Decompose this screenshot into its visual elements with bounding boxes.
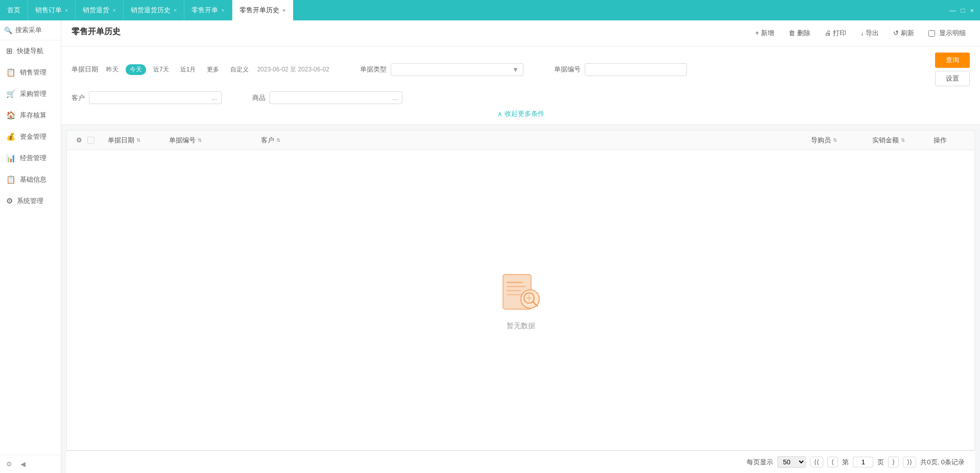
date-range: 2023-06-02 至 2023-06-02	[257, 65, 329, 74]
col-customer-sort[interactable]: ⇅	[276, 137, 280, 143]
sidebar-item-label: 快捷导航	[17, 46, 43, 56]
doc-type-label: 单据类型	[360, 65, 387, 74]
date-option-today[interactable]: 今天	[126, 64, 146, 75]
nav-tab-sales-order[interactable]: 销售订单×	[28, 0, 76, 20]
tab-close-retail-open[interactable]: ×	[221, 7, 224, 13]
per-page-select[interactable]: 10 20 50 100	[777, 456, 806, 468]
purchase-icon: 🛒	[6, 89, 16, 98]
date-option-7days[interactable]: 近7天	[149, 64, 173, 75]
delete-button[interactable]: 🗑 删除	[784, 27, 815, 40]
add-button[interactable]: + 新增	[751, 27, 778, 40]
finance-icon: 💰	[6, 132, 16, 141]
date-option-1month[interactable]: 近1月	[176, 64, 200, 75]
sidebar-item-finance[interactable]: 💰 资金管理	[0, 126, 61, 147]
prev-page-btn[interactable]: ⟨	[827, 457, 838, 467]
sidebar-item-inventory[interactable]: 🏠 库存核算	[0, 105, 61, 126]
minimize-btn[interactable]: —	[949, 7, 956, 14]
toolbar: + 新增 🗑 删除 🖨 打印 ↓ 导出 ↺ 刷新 显示明细	[751, 27, 970, 46]
customer-input[interactable]: ...	[89, 91, 222, 104]
collapse-arrow: ∧	[497, 110, 503, 118]
page-title: 零售开单历史	[71, 27, 121, 43]
sidebar-collapse-icon[interactable]: ◀	[20, 460, 26, 468]
doc-num-filter: 单据编号	[554, 63, 687, 76]
inventory-icon: 🏠	[6, 111, 16, 120]
col-date-label: 单据日期	[108, 136, 134, 145]
display-checkbox[interactable]	[928, 30, 935, 37]
collapse-button[interactable]: ∧ 收起更多条件	[71, 109, 970, 118]
system-icon: ⚙	[6, 196, 13, 206]
tab-close-sales-return-history[interactable]: ×	[174, 7, 177, 13]
doc-type-arrow: ▼	[512, 66, 519, 73]
sidebar-item-purchase[interactable]: 🛒 采购管理	[0, 83, 61, 105]
sidebar-bottom: ⚙ ◀	[0, 455, 61, 473]
tab-close-sales-order[interactable]: ×	[65, 7, 68, 13]
col-num: 单据编号 ⇅	[165, 136, 257, 145]
goods-input[interactable]: ...	[270, 91, 402, 104]
top-nav-bar: 首页销售订单×销货退货×销货退货历史×零售开单×零售开单历史× — □ ×	[0, 0, 980, 20]
col-num-sort[interactable]: ⇅	[198, 137, 202, 143]
close-btn[interactable]: ×	[970, 7, 974, 14]
sidebar-item-operations[interactable]: 📊 经营管理	[0, 147, 61, 169]
sidebar-item-system[interactable]: ⚙ 系统管理	[0, 190, 61, 212]
sidebar-item-label: 库存核算	[20, 111, 46, 120]
sidebar-item-sales[interactable]: 📋 销售管理	[0, 62, 61, 83]
doc-type-select[interactable]: ▼	[391, 63, 523, 76]
date-option-yesterday[interactable]: 昨天	[102, 64, 123, 75]
doc-type-filter: 单据类型 ▼	[360, 63, 523, 76]
col-amount: 实销金额 ⇅	[868, 136, 929, 145]
query-button[interactable]: 查询	[935, 53, 970, 68]
sidebar-search-label: 搜索采单	[15, 26, 42, 35]
sidebar-settings-icon[interactable]: ⚙	[6, 460, 12, 468]
customer-filter: 客户 ...	[71, 91, 222, 104]
doc-num-input[interactable]	[585, 63, 687, 76]
sidebar-item-basic-info[interactable]: 📋 基础信息	[0, 169, 61, 190]
nav-tabs: 首页销售订单×销货退货×销货退货历史×零售开单×零售开单历史×	[0, 0, 949, 20]
last-page-btn[interactable]: ⟩⟩	[903, 457, 916, 467]
table-select-all[interactable]	[87, 137, 104, 144]
col-guide-sort[interactable]: ⇅	[833, 137, 837, 143]
table-settings-icon[interactable]: ⚙	[71, 136, 87, 144]
window-controls: — □ ×	[949, 7, 980, 14]
sidebar-search[interactable]: 🔍 搜索采单	[0, 20, 61, 40]
page-header: 零售开单历史 + 新增 🗑 删除 🖨 打印 ↓ 导出 ↺ 刷新 显示明细	[61, 20, 980, 46]
basic-info-icon: 📋	[6, 175, 16, 184]
display-label: 显示明细	[939, 29, 966, 38]
sidebar-item-label: 系统管理	[17, 196, 43, 206]
nav-tab-sales-return-history[interactable]: 销货退货历史×	[124, 0, 184, 20]
operations-icon: 📊	[6, 154, 16, 163]
export-button[interactable]: ↓ 导出	[856, 27, 883, 40]
col-action: 操作	[929, 136, 970, 145]
restore-btn[interactable]: □	[961, 7, 965, 14]
next-page-btn[interactable]: ⟩	[888, 457, 899, 467]
col-guide-label: 导购员	[811, 136, 831, 145]
tab-close-retail-open-history[interactable]: ×	[282, 7, 285, 13]
col-action-label: 操作	[934, 136, 947, 145]
print-button[interactable]: 🖨 打印	[821, 27, 851, 40]
tab-close-sales-return[interactable]: ×	[112, 7, 115, 13]
refresh-button[interactable]: ↺ 刷新	[889, 27, 918, 40]
nav-tab-retail-open-history[interactable]: 零售开单历史×	[232, 0, 293, 20]
filter-settings-button[interactable]: 设置	[935, 71, 970, 86]
date-option-more[interactable]: 更多	[203, 64, 223, 75]
date-option-custom[interactable]: 自定义	[226, 64, 253, 75]
display-button[interactable]: 显示明细	[924, 27, 970, 40]
svg-rect-3	[507, 290, 521, 291]
select-all-checkbox[interactable]	[87, 137, 94, 144]
col-amount-sort[interactable]: ⇅	[901, 137, 905, 143]
pagination: 每页显示 10 20 50 100 ⟨⟨ ⟨ 第 页 ⟩ ⟩⟩ 共0页, 0条记…	[66, 451, 975, 473]
sidebar-item-label: 采购管理	[20, 89, 46, 98]
sidebar-item-quick-nav[interactable]: ⊞ 快捷导航	[0, 40, 61, 62]
sidebar-item-label: 资金管理	[20, 132, 46, 141]
nav-tab-sales-return[interactable]: 销货退货×	[76, 0, 123, 20]
page-input[interactable]	[853, 457, 873, 467]
date-options: 昨天 今天 近7天 近1月 更多 自定义	[102, 64, 253, 75]
col-date-sort[interactable]: ⇅	[136, 137, 140, 143]
filter-row-2: 客户 ... 商品 ...	[71, 91, 970, 104]
customer-label: 客户	[71, 93, 85, 103]
empty-state: 暂无数据	[67, 150, 974, 450]
quick-nav-icon: ⊞	[6, 46, 13, 56]
nav-tab-retail-open[interactable]: 零售开单×	[184, 0, 232, 20]
date-label: 单据日期	[71, 65, 98, 74]
nav-tab-home[interactable]: 首页	[0, 0, 28, 20]
first-page-btn[interactable]: ⟨⟨	[810, 457, 823, 467]
